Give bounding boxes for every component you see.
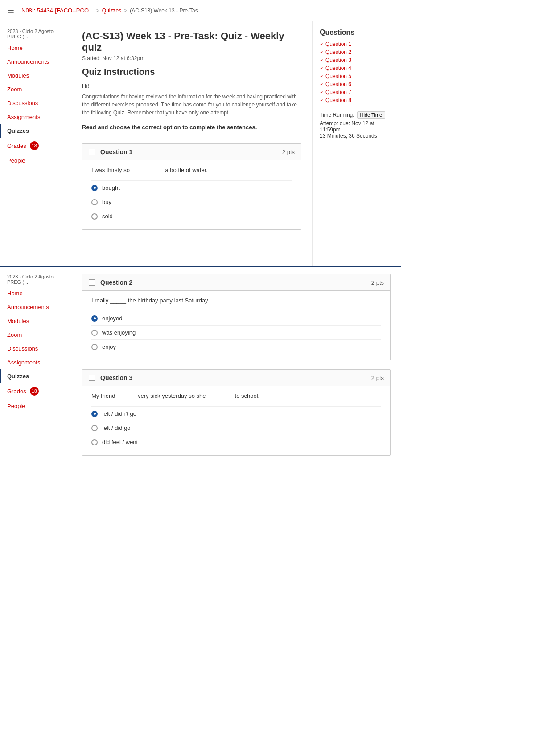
question-1-option-1[interactable]: buy	[91, 195, 292, 209]
question-3-title: Question 3	[100, 374, 371, 381]
question-link-3[interactable]: ✓ Question 3	[320, 56, 394, 64]
option-buy-label: buy	[102, 199, 111, 205]
second-main: Question 2 2 pts I really _____ the birt…	[71, 267, 401, 756]
question-2-option-2[interactable]: enjoy	[91, 339, 381, 354]
quiz-title: (AC-S13) Week 13 - Pre-Task: Quiz - Week…	[82, 30, 301, 53]
question-2-option-1[interactable]: was enjoying	[91, 325, 381, 339]
time-left: 13 Minutes, 36 Seconds	[320, 133, 394, 139]
breadcrumb-sep1: >	[96, 8, 99, 14]
question-2-checkbox[interactable]	[89, 279, 95, 286]
question-2-body: I really _____ the birthday party last S…	[82, 291, 390, 360]
question-link-2[interactable]: ✓ Question 2	[320, 48, 394, 56]
question-3-header: Question 3 2 pts	[82, 370, 390, 386]
question-link-6[interactable]: ✓ Question 6	[320, 80, 394, 88]
radio-did-feel-went[interactable]	[91, 439, 98, 445]
option-was-enjoying-label: was enjoying	[102, 329, 136, 336]
breadcrumb-course[interactable]: N08I: 54434-[FACO--PCO...	[21, 7, 94, 14]
quiz-instruction: Read and choose the correct option to co…	[82, 124, 301, 131]
question-links: ✓ Question 1 ✓ Question 2 ✓ Question 3 ✓…	[320, 40, 394, 104]
question-1-card: Question 1 2 pts I was thirsty so I ____…	[82, 143, 301, 230]
questions-panel-title: Questions	[320, 29, 394, 37]
question-link-8[interactable]: ✓ Question 8	[320, 96, 394, 104]
radio-bought[interactable]	[91, 185, 98, 191]
sidebar-item-modules[interactable]: Modules	[0, 69, 71, 82]
radio-buy[interactable]	[91, 199, 98, 205]
breadcrumb-sep2: >	[124, 8, 127, 14]
question-1-option-2[interactable]: sold	[91, 209, 292, 223]
question-2-pts: 2 pts	[371, 279, 384, 286]
question-1-body: I was thirsty so I _________ a bottle of…	[82, 160, 301, 229]
sidebar2-item-people[interactable]: People	[0, 399, 71, 413]
divider	[82, 138, 301, 138]
option-enjoyed-label: enjoyed	[102, 315, 123, 322]
radio-enjoyed[interactable]	[91, 315, 98, 322]
radio-felt-did-go[interactable]	[91, 425, 98, 431]
check-icon-2: ✓	[320, 49, 324, 55]
breadcrumb-quizzes[interactable]: Quizzes	[102, 8, 121, 14]
sidebar-item-people[interactable]: People	[0, 154, 71, 168]
question-2-header: Question 2 2 pts	[82, 274, 390, 291]
option-enjoy-label: enjoy	[102, 343, 116, 350]
check-icon-7: ✓	[320, 90, 324, 95]
option-bought-label: bought	[102, 184, 120, 191]
question-1-option-0[interactable]: bought	[91, 180, 292, 195]
radio-was-enjoying[interactable]	[91, 330, 98, 336]
second-screen: 2023 · Ciclo 2 Agosto PREG (... Home Ann…	[0, 267, 401, 756]
hamburger-icon[interactable]: ☰	[7, 6, 14, 16]
sidebar2-item-grades[interactable]: Grades 18	[0, 383, 71, 399]
question-2-option-0[interactable]: enjoyed	[91, 311, 381, 325]
sidebar2-item-assignments[interactable]: Assignments	[0, 356, 71, 369]
sidebar2-item-modules[interactable]: Modules	[0, 314, 71, 328]
question-link-4[interactable]: ✓ Question 4	[320, 64, 394, 72]
sidebar2-item-discussions[interactable]: Discussions	[0, 342, 71, 356]
question-3-option-2[interactable]: did feel / went	[91, 435, 381, 449]
sidebar2-item-announcements[interactable]: Announcements	[0, 300, 71, 314]
check-icon-6: ✓	[320, 82, 324, 87]
sidebar2: 2023 · Ciclo 2 Agosto PREG (... Home Ann…	[0, 267, 71, 756]
check-icon-5: ✓	[320, 74, 324, 79]
sidebar-item-zoom[interactable]: Zoom	[0, 82, 71, 96]
question-link-7[interactable]: ✓ Question 7	[320, 88, 394, 96]
question-2-card: Question 2 2 pts I really _____ the birt…	[82, 274, 391, 360]
question-3-option-0[interactable]: felt / didn't go	[91, 406, 381, 421]
question-link-1[interactable]: ✓ Question 1	[320, 40, 394, 48]
question-2-text: I really _____ the birthday party last S…	[91, 297, 381, 304]
radio-sold[interactable]	[91, 213, 98, 220]
option-felt-didnt-go-label: felt / didn't go	[102, 410, 136, 417]
sidebar-item-assignments[interactable]: Assignments	[0, 110, 71, 124]
sidebar-item-quizzes[interactable]: Quizzes	[0, 124, 71, 138]
breadcrumb: N08I: 54434-[FACO--PCO... > Quizzes > (A…	[21, 7, 202, 14]
time-info: Time Running: Hide Time Attempt due: Nov…	[320, 111, 394, 139]
option-sold-label: sold	[102, 213, 113, 220]
question-2-title: Question 2	[100, 279, 371, 286]
sidebar-item-announcements[interactable]: Announcements	[0, 55, 71, 69]
question-link-5[interactable]: ✓ Question 5	[320, 72, 394, 80]
question-3-body: My friend ______ very sick yesterday so …	[82, 386, 390, 455]
sidebar-item-grades[interactable]: Grades 18	[0, 138, 71, 154]
hide-time-button[interactable]: Hide Time	[357, 111, 386, 119]
radio-enjoy[interactable]	[91, 344, 98, 350]
question-1-checkbox[interactable]	[89, 149, 95, 155]
time-running-label: Time Running:	[320, 112, 354, 118]
breadcrumb-current: (AC-S13) Week 13 - Pre-Tas...	[130, 8, 202, 14]
question-3-pts: 2 pts	[371, 375, 384, 381]
sidebar: 2023 · Ciclo 2 Agosto PREG (... Home Ann…	[0, 21, 71, 266]
main-content: (AC-S13) Week 13 - Pre-Task: Quiz - Week…	[71, 21, 312, 266]
radio-felt-didnt-go[interactable]	[91, 411, 98, 417]
question-1-header: Question 1 2 pts	[82, 144, 301, 160]
sidebar-item-discussions[interactable]: Discussions	[0, 96, 71, 110]
question-3-checkbox[interactable]	[89, 375, 95, 381]
quiz-started: Started: Nov 12 at 6:32pm	[82, 55, 301, 61]
sidebar-course-label: 2023 · Ciclo 2 Agosto PREG (...	[0, 25, 71, 41]
quiz-body-text: Congratulations for having reviewed the …	[82, 93, 301, 117]
sidebar2-item-quizzes[interactable]: Quizzes	[0, 369, 71, 383]
sidebar2-item-zoom[interactable]: Zoom	[0, 328, 71, 342]
question-1-pts: 2 pts	[282, 149, 295, 155]
time-running-row: Time Running: Hide Time	[320, 111, 394, 119]
grades-badge: 18	[30, 141, 39, 150]
question-1-title: Question 1	[100, 148, 282, 155]
quiz-hi: Hi!	[82, 82, 301, 89]
question-3-option-1[interactable]: felt / did go	[91, 421, 381, 435]
sidebar2-item-home[interactable]: Home	[0, 286, 71, 300]
sidebar-item-home[interactable]: Home	[0, 41, 71, 55]
